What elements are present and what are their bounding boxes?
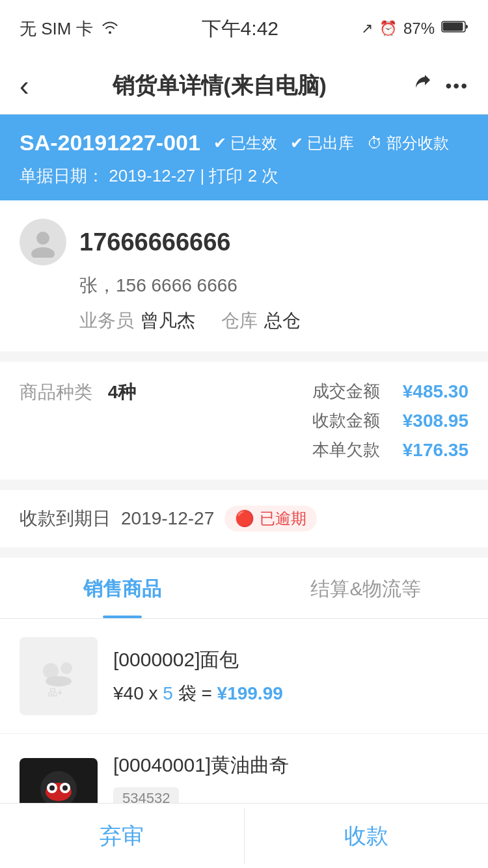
nav-right[interactable]: •••: [411, 72, 468, 99]
tab-products[interactable]: 销售商品: [0, 558, 244, 618]
svg-point-13: [49, 785, 55, 791]
kind-label: 商品种类: [20, 382, 92, 402]
battery-text: 87%: [403, 20, 435, 38]
sales-meta: 业务员 曾凡杰: [79, 308, 195, 333]
avatar: [20, 219, 66, 265]
stat-row-0: 成交金额 ¥485.30: [312, 380, 468, 403]
banner-row1: SA-20191227-001 ✔ 已生效 ✔ 已出库 ⏱ 部分收款: [20, 130, 468, 156]
stat-label-0: 成交金额: [312, 380, 380, 403]
stat-value-2: ¥176.35: [390, 440, 468, 461]
warehouse-meta: 仓库 总仓: [221, 308, 301, 333]
svg-point-3: [31, 247, 55, 258]
svg-rect-1: [442, 23, 463, 31]
stats-right: 成交金额 ¥485.30 收款金额 ¥308.95 本单欠款 ¥176.35: [312, 380, 468, 461]
product-total-0: ¥199.99: [217, 683, 283, 703]
wifi-icon: [101, 19, 119, 39]
badge-shipped: ✔ 已出库: [290, 133, 354, 154]
header-banner: SA-20191227-001 ✔ 已生效 ✔ 已出库 ⏱ 部分收款 单据日期：…: [0, 115, 488, 200]
stat-value-0: ¥485.30: [390, 381, 468, 402]
badge-effective: ✔ 已生效: [213, 133, 277, 154]
carrier-text: 无 SIM 卡: [20, 18, 93, 40]
stat-label-2: 本单欠款: [312, 439, 380, 461]
nav-title: 销货单详情(来自电脑): [113, 71, 327, 101]
sales-label: 业务员: [79, 308, 134, 333]
tabs-bar: 销售商品 结算&物流等: [0, 558, 488, 619]
tab-settlement[interactable]: 结算&物流等: [244, 558, 488, 618]
check-icon-1: ✔: [213, 134, 226, 152]
clock-icon: ⏱: [367, 134, 383, 152]
warehouse-name: 总仓: [264, 308, 301, 333]
svg-point-14: [62, 785, 68, 791]
cancel-button[interactable]: 弃审: [0, 808, 245, 864]
status-bar-right: ↗ ⏰ 87%: [361, 20, 468, 38]
product-name-0: [0000002]面包: [113, 647, 468, 673]
product-qty-0: 5: [163, 683, 173, 703]
stats-kind: 商品种类 4种: [20, 380, 136, 405]
product-info-0: [0000002]面包 ¥40 x 5 袋 = ¥199.99: [113, 647, 468, 706]
back-button[interactable]: ‹: [20, 70, 29, 102]
svg-point-2: [36, 232, 49, 245]
sales-name: 曾凡杰: [141, 308, 195, 333]
confirm-button[interactable]: 收款: [245, 808, 489, 864]
due-section: 收款到期日 2019-12-27 🔴 已逾期: [0, 490, 488, 547]
svg-text:品+: 品+: [48, 687, 62, 698]
customer-section: 17666666666 张，156 6666 6666 业务员 曾凡杰 仓库 总…: [0, 200, 488, 351]
product-price-0: ¥40 x 5 袋 = ¥199.99: [113, 681, 468, 706]
battery-icon: [441, 20, 468, 38]
more-button[interactable]: •••: [446, 75, 468, 96]
kind-value: 4种: [108, 382, 137, 402]
check-icon-2: ✔: [290, 134, 303, 152]
warehouse-label: 仓库: [221, 308, 258, 333]
status-bar-left: 无 SIM 卡: [20, 18, 119, 40]
due-label: 收款到期日: [20, 506, 111, 531]
product-item-0: 品+ [0000002]面包 ¥40 x 5 袋 = ¥199.99: [0, 619, 488, 734]
stat-value-1: ¥308.95: [390, 411, 468, 431]
svg-point-5: [61, 662, 72, 674]
nav-bar: ‹ 销货单详情(来自电脑) •••: [0, 57, 488, 115]
product-name-1: [00040001]黄油曲奇: [113, 752, 468, 779]
bottom-bar: 弃审 收款: [0, 803, 488, 868]
product-img-0: 品+: [20, 637, 98, 715]
customer-phone: 张，156 6666 6666: [79, 273, 468, 298]
stat-row-2: 本单欠款 ¥176.35: [312, 439, 468, 461]
customer-meta: 业务员 曾凡杰 仓库 总仓: [79, 308, 468, 333]
overdue-text: 已逾期: [260, 508, 306, 529]
customer-name-row: 17666666666: [20, 219, 468, 265]
stat-row-1: 收款金额 ¥308.95: [312, 409, 468, 432]
overdue-icon: 🔴: [235, 509, 254, 528]
due-date: 2019-12-27: [121, 508, 214, 529]
banner-date-row: 单据日期： 2019-12-27 | 打印 2 次: [20, 165, 468, 187]
status-bar-time: 下午4:42: [202, 16, 278, 42]
stats-section: 商品种类 4种 成交金额 ¥485.30 收款金额 ¥308.95 本单欠款 ¥…: [0, 362, 488, 480]
tabs-section: 销售商品 结算&物流等: [0, 558, 488, 619]
badge-partial: ⏱ 部分收款: [367, 133, 449, 154]
status-bar: 无 SIM 卡 下午4:42 ↗ ⏰ 87%: [0, 0, 488, 57]
customer-name: 17666666666: [79, 228, 230, 256]
share-button[interactable]: [411, 72, 433, 99]
overdue-badge: 🔴 已逾期: [224, 506, 317, 532]
stat-label-1: 收款金额: [312, 409, 380, 432]
order-id: SA-20191227-001: [20, 130, 200, 156]
svg-point-6: [46, 676, 72, 686]
location-icon: ↗: [361, 20, 373, 37]
nav-left[interactable]: ‹: [20, 70, 29, 102]
alarm-icon: ⏰: [379, 20, 397, 37]
